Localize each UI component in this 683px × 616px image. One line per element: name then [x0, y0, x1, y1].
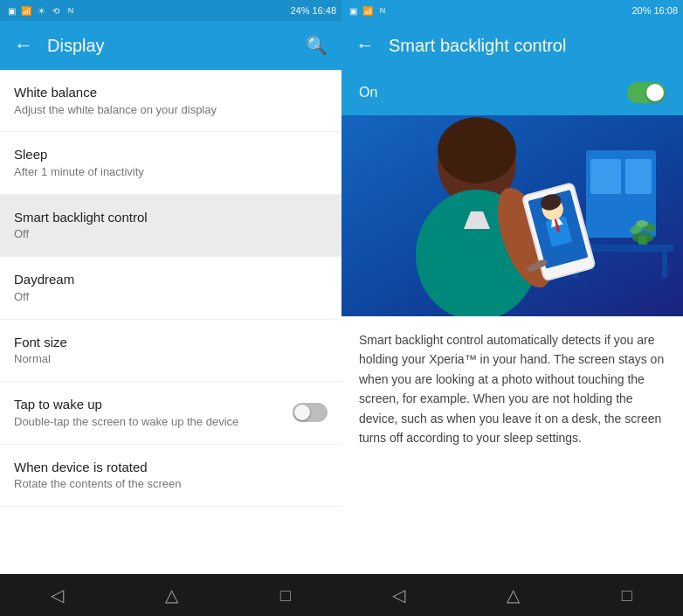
setting-title-rotate: When device is rotated — [14, 459, 328, 476]
right-time: 16:08 — [653, 5, 678, 16]
setting-subtitle-rotate: Rotate the contents of the screen — [14, 477, 328, 492]
setting-title-daydream: Daydream — [14, 271, 328, 288]
setting-title-font-size: Font size — [14, 334, 328, 351]
nfc-icon: N — [65, 4, 77, 17]
wifi-icon: 📶 — [20, 4, 32, 17]
setting-title-tap-to-wake: Tap to wake up — [14, 396, 328, 413]
right-sim-icon: ▣ — [347, 4, 359, 17]
left-toolbar-title: Display — [47, 36, 292, 56]
right-panel: ▣ 📶 N 20% 16:08 ← Smart backlight contro… — [342, 0, 683, 616]
left-nav-home[interactable]: △ — [148, 578, 196, 613]
left-back-button[interactable]: ← — [14, 34, 33, 57]
settings-list: White balance Adjust the white balance o… — [0, 70, 342, 574]
left-status-right: 24% 16:48 — [290, 5, 336, 16]
left-nav-recent[interactable]: □ — [263, 578, 308, 613]
left-nav-back[interactable]: ◁ — [33, 578, 81, 613]
left-time: 16:48 — [312, 5, 336, 16]
sim-icon: ▣ — [5, 4, 17, 17]
setting-item-tap-to-wake[interactable]: Tap to wake up Double-tap the screen to … — [0, 382, 342, 445]
smart-backlight-toggle[interactable] — [627, 82, 666, 103]
right-status-bar: ▣ 📶 N 20% 16:08 — [342, 0, 683, 21]
setting-item-font-size[interactable]: Font size Normal — [0, 320, 342, 382]
right-bottom-nav: ◁ △ □ — [342, 574, 683, 616]
setting-subtitle-white-balance: Adjust the white balance on your display — [14, 103, 328, 118]
toggle-on-label: On — [359, 85, 377, 100]
left-bottom-nav: ◁ △ □ — [0, 574, 342, 616]
toggle-thumb — [294, 405, 310, 420]
setting-subtitle-font-size: Normal — [14, 352, 328, 367]
right-wifi-icon: 📶 — [362, 4, 374, 17]
smart-backlight-toggle-thumb — [646, 84, 664, 101]
left-toolbar: ← Display 🔍 — [0, 21, 342, 70]
tap-to-wake-toggle-container — [293, 403, 328, 422]
setting-item-sleep[interactable]: Sleep After 1 minute of inactivity — [0, 132, 342, 194]
setting-item-smart-backlight[interactable]: Smart backlight control Off — [0, 195, 342, 257]
svg-rect-11 — [662, 252, 667, 278]
left-status-bar: ▣ 📶 ☀ ⟲ N 24% 16:48 — [0, 0, 342, 21]
right-battery-text: 20% — [631, 5, 651, 16]
right-nfc-icon: N — [376, 4, 389, 17]
setting-subtitle-tap-to-wake: Double-tap the screen to wake up the dev… — [14, 415, 241, 430]
left-battery-text: 24% — [290, 5, 309, 16]
smart-backlight-toggle-row: On — [342, 70, 683, 115]
smart-backlight-illustration — [342, 115, 683, 316]
smart-backlight-description: Smart backlight control automatically de… — [342, 316, 683, 574]
setting-title-smart-backlight: Smart backlight control — [14, 209, 328, 226]
right-nav-back[interactable]: ◁ — [375, 578, 423, 613]
brightness-icon: ☀ — [35, 4, 47, 17]
setting-item-rotate[interactable]: When device is rotated Rotate the conten… — [0, 445, 342, 507]
setting-item-white-balance[interactable]: White balance Adjust the white balance o… — [0, 70, 342, 132]
left-panel: ▣ 📶 ☀ ⟲ N 24% 16:48 ← Display 🔍 White ba… — [0, 0, 342, 616]
right-toolbar-title: Smart backlight control — [389, 36, 669, 56]
svg-rect-2 — [590, 159, 621, 194]
setting-subtitle-daydream: Off — [14, 290, 328, 305]
setting-item-daydream[interactable]: Daydream Off — [0, 257, 342, 319]
setting-title-white-balance: White balance — [14, 84, 328, 101]
right-nav-home[interactable]: △ — [489, 578, 537, 613]
setting-title-sleep: Sleep — [14, 146, 328, 163]
left-status-icons: ▣ 📶 ☀ ⟲ N — [5, 4, 77, 17]
right-nav-recent[interactable]: □ — [604, 578, 650, 613]
setting-subtitle-smart-backlight: Off — [14, 227, 328, 242]
svg-point-13 — [438, 117, 516, 183]
left-search-button[interactable]: 🔍 — [306, 35, 328, 56]
setting-subtitle-sleep: After 1 minute of inactivity — [14, 165, 328, 180]
right-status-right: 20% 16:08 — [631, 5, 678, 16]
right-toolbar: ← Smart backlight control — [342, 21, 683, 70]
right-status-icons: ▣ 📶 N — [347, 4, 389, 17]
description-text: Smart backlight control automatically de… — [359, 330, 666, 447]
svg-rect-3 — [625, 159, 652, 194]
svg-point-8 — [636, 220, 648, 227]
portrait-icon: ⟲ — [50, 4, 62, 17]
right-back-button[interactable]: ← — [355, 34, 375, 57]
tap-to-wake-toggle[interactable] — [293, 403, 328, 422]
